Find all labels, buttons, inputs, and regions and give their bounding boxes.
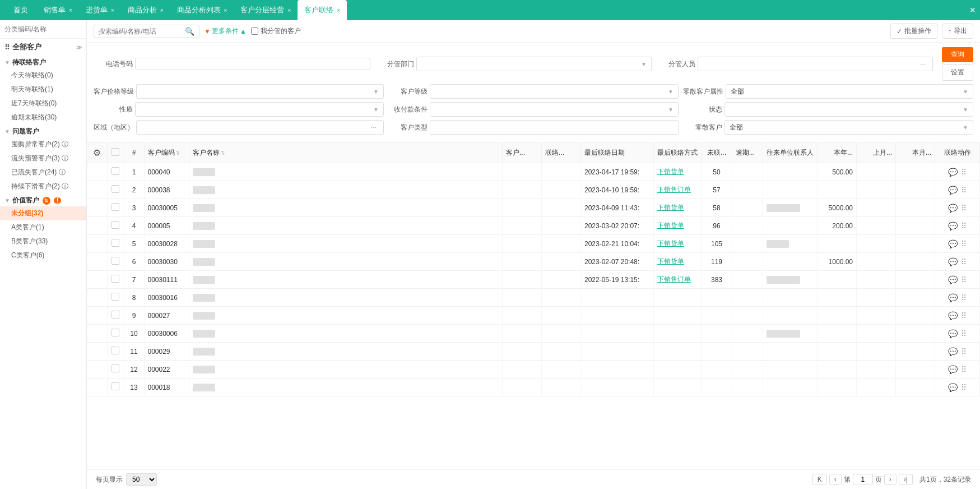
first-page-btn[interactable]: K xyxy=(812,474,827,485)
row-check[interactable] xyxy=(112,311,119,319)
close-icon[interactable]: × xyxy=(160,7,164,13)
chat-icon[interactable]: 💬 xyxy=(948,293,958,302)
customer-type-select[interactable] xyxy=(430,120,679,135)
nature-select[interactable]: ▼ xyxy=(135,102,384,117)
chat-icon[interactable]: 💬 xyxy=(948,204,958,213)
chat-icon[interactable]: 💬 xyxy=(948,329,958,338)
my-customers-check[interactable] xyxy=(251,27,258,35)
close-icon[interactable]: × xyxy=(224,7,227,13)
next-page-btn[interactable]: › xyxy=(884,474,897,485)
tab-purchase[interactable]: 进货单 × xyxy=(79,0,121,20)
row-check[interactable] xyxy=(112,167,119,175)
row-check[interactable] xyxy=(112,221,119,229)
tab-sales[interactable]: 销售单 × xyxy=(37,0,79,20)
sidebar-item-overdue[interactable]: 逾期未联络(30) xyxy=(0,110,86,124)
sidebar-item-hoarding[interactable]: 囤购异常客户(2) ⓘ xyxy=(0,137,86,151)
chat-icon[interactable]: 💬 xyxy=(948,347,958,356)
row-check[interactable] xyxy=(112,365,119,372)
row-check[interactable] xyxy=(112,185,119,193)
method-link[interactable]: 下销货单 xyxy=(657,222,684,229)
row-check[interactable] xyxy=(112,382,119,390)
chat-icon[interactable]: 💬 xyxy=(948,275,958,284)
main-search-input[interactable] xyxy=(99,27,183,35)
grid-action-icon[interactable]: ⠿ xyxy=(961,222,967,230)
method-link[interactable]: 下销货单 xyxy=(657,168,684,176)
grid-action-icon[interactable]: ⠿ xyxy=(961,347,967,356)
row-check[interactable] xyxy=(112,257,119,265)
sidebar-item-churned[interactable]: 已流失客户(24) ⓘ xyxy=(0,165,86,179)
select-all-checkbox[interactable] xyxy=(112,148,119,156)
chat-icon[interactable]: 💬 xyxy=(948,365,958,374)
row-check[interactable] xyxy=(112,347,119,354)
close-icon[interactable]: × xyxy=(287,7,291,13)
tab-analysis[interactable]: 商品分析 × xyxy=(121,0,170,20)
grid-action-icon[interactable]: ⠿ xyxy=(961,168,967,177)
sidebar-item-class-c[interactable]: C类客户(6) xyxy=(0,248,86,262)
chat-icon[interactable]: 💬 xyxy=(948,168,958,177)
filter-more-btn[interactable]: ▼ 更多条件 ▲ xyxy=(204,26,247,36)
customer-level-select[interactable]: ▼ xyxy=(430,84,679,99)
sidebar-group-problem[interactable]: ▼ 问题客户 xyxy=(0,124,86,137)
price-level-select[interactable]: ▼ xyxy=(136,84,384,99)
reset-btn[interactable]: 设置 xyxy=(942,64,973,81)
gear-icon[interactable]: ⚙ xyxy=(93,148,101,158)
sidebar-item-7days[interactable]: 近7天待联络(0) xyxy=(0,96,86,110)
chat-icon[interactable]: 💬 xyxy=(948,222,958,230)
method-link[interactable]: 下销售订单 xyxy=(657,186,691,193)
sidebar-group-value[interactable]: ▼ 价值客户 ↻ ! xyxy=(0,193,86,206)
page-size-select[interactable]: 50 100 200 xyxy=(126,473,157,486)
grid-action-icon[interactable]: ⠿ xyxy=(961,239,967,248)
region-select[interactable]: ··· xyxy=(136,120,384,135)
chat-icon[interactable]: 💬 xyxy=(948,311,958,320)
sidebar-item-ungroup[interactable]: 未分组(32) xyxy=(0,206,86,220)
retail-attr-select[interactable]: 全部 ▼ xyxy=(726,84,973,99)
grid-action-icon[interactable]: ⠿ xyxy=(961,257,967,266)
grid-action-icon[interactable]: ⠿ xyxy=(961,275,967,284)
batch-op-btn[interactable]: ✓ 批量操作 xyxy=(890,24,937,39)
method-link[interactable]: 下销货单 xyxy=(657,257,684,265)
grid-action-icon[interactable]: ⠿ xyxy=(961,329,967,338)
prev-page-btn[interactable]: ‹ xyxy=(829,474,842,485)
export-btn[interactable]: ↑ 导出 xyxy=(942,24,973,39)
sidebar-search-input[interactable] xyxy=(4,25,87,33)
tab-customer-contact[interactable]: 客户联络 × xyxy=(298,0,347,20)
row-check[interactable] xyxy=(112,275,119,283)
query-btn[interactable]: 查询 xyxy=(942,47,973,62)
dept-select[interactable]: ▼ xyxy=(416,57,652,71)
grid-action-icon[interactable]: ⠿ xyxy=(961,293,967,302)
row-check[interactable] xyxy=(112,293,119,301)
sidebar-group-pending[interactable]: ▼ 待联络客户 xyxy=(0,56,86,68)
search-icon[interactable]: 🔍 xyxy=(185,27,194,36)
my-customers-checkbox[interactable]: 我分管的客户 xyxy=(251,26,301,36)
sidebar-item-class-b[interactable]: B类客户(33) xyxy=(0,234,86,248)
retail-customer-select[interactable]: 全部 ▼ xyxy=(724,120,973,135)
grid-action-icon[interactable]: ⠿ xyxy=(961,186,967,195)
chat-icon[interactable]: 💬 xyxy=(948,383,958,392)
sidebar-item-churn-warning[interactable]: 流失预警客户(3) ⓘ xyxy=(0,151,86,165)
tab-home[interactable]: 首页 xyxy=(4,0,37,20)
manager-select[interactable]: ··· xyxy=(698,57,933,71)
sidebar-item-declining[interactable]: 持续下滑客户(2) ⓘ xyxy=(0,179,86,193)
method-link[interactable]: 下销货单 xyxy=(657,239,684,247)
grid-action-icon[interactable]: ⠿ xyxy=(961,383,967,392)
method-link[interactable]: 下销售订单 xyxy=(657,275,691,283)
chat-icon[interactable]: 💬 xyxy=(948,239,958,248)
grid-action-icon[interactable]: ⠿ xyxy=(961,311,967,320)
close-icon[interactable]: × xyxy=(111,7,114,13)
close-icon[interactable]: × xyxy=(337,7,340,13)
sidebar-item-today[interactable]: 今天待联络(0) xyxy=(0,68,86,82)
last-page-btn[interactable]: ›| xyxy=(899,474,913,485)
row-check[interactable] xyxy=(112,239,119,247)
sidebar-item-tomorrow[interactable]: 明天待联络(1) xyxy=(0,82,86,96)
tab-customer-segment[interactable]: 客户分层经营 × xyxy=(234,0,298,20)
sidebar-item-class-a[interactable]: A类客户(1) xyxy=(0,220,86,234)
close-window-icon[interactable]: × xyxy=(969,4,976,16)
grid-action-icon[interactable]: ⠿ xyxy=(961,204,967,213)
page-input[interactable] xyxy=(853,474,873,485)
phone-input[interactable] xyxy=(135,58,370,70)
sidebar-all-customers[interactable]: ⠿ 全部客户 ≫ xyxy=(0,39,86,56)
row-check[interactable] xyxy=(112,329,119,336)
grid-action-icon[interactable]: ⠿ xyxy=(961,365,967,374)
payment-select[interactable]: ▼ xyxy=(430,102,679,117)
method-link[interactable]: 下销货单 xyxy=(657,204,684,211)
